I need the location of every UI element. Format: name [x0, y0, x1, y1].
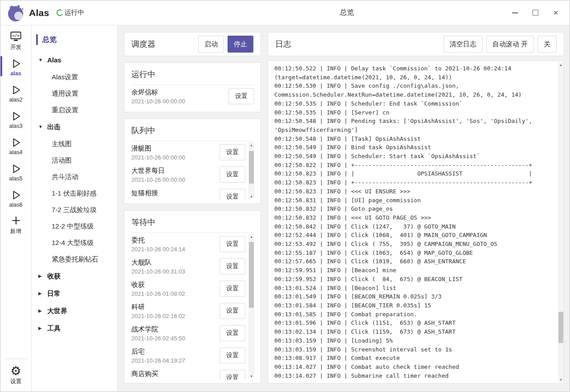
task-row: 收获2021-10-26 01:08:02设置	[131, 278, 245, 300]
task-settings-button[interactable]: 设置	[220, 281, 245, 297]
page-title: 总览	[340, 8, 354, 17]
log-line: 00:13:14.027 | INFO | Combat auto check …	[274, 363, 553, 372]
task-next-run-time: 2021-10-26 04:46:29	[131, 379, 220, 380]
menu-group-reward[interactable]: ▶收获	[32, 267, 117, 285]
menu-item-event-chapter[interactable]: 活动图	[32, 152, 117, 168]
task-settings-button[interactable]: 设置	[220, 347, 245, 363]
task-name: 科研	[131, 302, 220, 312]
log-line: 00:12:50.823 | INFO | | OPSIASHASSIST |	[274, 169, 553, 178]
log-column: 日志 清空日志 自动滚动 开 关 00:12:50.522 | INFO | D…	[268, 32, 564, 384]
task-settings-button[interactable]: 设置	[220, 167, 245, 183]
scroll-down-arrow-icon[interactable]: ▼	[248, 194, 254, 199]
instance-rail: </>开发alasalas2alas3alas4alas5alas6新增 ⚙设置	[0, 25, 32, 392]
rail-item-label: alas5	[9, 176, 23, 182]
menu-group-label: 日常	[47, 289, 61, 298]
menu-group-combat[interactable]: ▼出击	[32, 118, 117, 135]
play-icon	[10, 110, 22, 122]
rail-item-settings[interactable]: ⚙设置	[4, 362, 28, 388]
menu-item-12-2-medium-leveling[interactable]: 12-2 中型练级	[32, 218, 117, 234]
scrollbar-thumb[interactable]	[249, 151, 254, 184]
task-settings-button[interactable]: 设置	[220, 144, 245, 160]
menu-item-restart-settings[interactable]: 重启设置	[32, 102, 117, 118]
scrollbar-thumb[interactable]	[558, 312, 563, 343]
log-line: 00:12:59.952 | INFO | Click ( 84, 675) @…	[274, 275, 553, 284]
menu-group-alas[interactable]: ▼Alas	[32, 51, 117, 69]
log-line: 00:12:50.548 | INFO | Pending tasks: ['O…	[274, 117, 553, 134]
close-button[interactable]: ✕	[552, 9, 560, 17]
autoscroll-toggle-button[interactable]: 自动滚动 开	[486, 36, 534, 53]
menu-item-main-chapter[interactable]: 主线图	[32, 135, 117, 152]
task-settings-button[interactable]: 设置	[220, 236, 245, 252]
task-name: 余烬信标	[131, 87, 228, 97]
task-settings-button[interactable]: 设置	[220, 258, 245, 274]
menu-item-overview[interactable]: 总览	[32, 34, 117, 45]
scroll-down-arrow-icon[interactable]: ▼	[558, 377, 564, 382]
scrollbar-track[interactable]	[558, 67, 564, 377]
rail-item-add[interactable]: 新增	[0, 212, 31, 238]
rail-item-alas2[interactable]: alas2	[0, 80, 31, 106]
caret-right-icon: ▶	[38, 306, 47, 315]
minimize-button[interactable]	[511, 9, 519, 17]
clear-log-button[interactable]: 清空日志	[444, 36, 483, 53]
log-line: 00:12:50.522 | INFO | Delay task `Commis…	[274, 64, 553, 82]
scroll-up-arrow-icon[interactable]: ▲	[558, 62, 564, 67]
app-title: Alas	[29, 8, 49, 18]
menu-item-urgent-commission-gem[interactable]: 紧急委托刷钻石	[32, 251, 117, 267]
waiting-section-title: 等待中	[131, 217, 254, 233]
scroll-up-arrow-icon[interactable]: ▲	[248, 234, 254, 239]
log-line: 00:12:50.822 | INFO | +-----------------…	[274, 161, 553, 170]
scrollbar-track[interactable]	[248, 147, 254, 194]
menu-item-coop-event[interactable]: 共斗活动	[32, 168, 117, 185]
menu-item-7-2-trash[interactable]: 7-2 三战捡垃圾	[32, 201, 117, 218]
scrollbar-thumb[interactable]	[249, 242, 254, 307]
rail-item-alas[interactable]: alas	[0, 54, 31, 80]
task-row: 委托2021-10-26 00:24:14设置	[131, 233, 245, 255]
rail-item-dev[interactable]: </>开发	[0, 28, 31, 54]
rail-item-label: 开发	[10, 44, 21, 51]
maximize-button[interactable]	[531, 9, 539, 17]
log-line: 00:12:50.549 | INFO | Bind task OpsiAshA…	[274, 143, 553, 152]
rail-item-label: alas4	[9, 149, 23, 155]
play-icon	[10, 163, 22, 175]
queue-section: 队列中 潜艇图2021-10-26 00:00:00设置大世界每日2021-10…	[124, 118, 261, 204]
task-settings-button[interactable]: 设置	[220, 189, 245, 200]
rail-item-label: alas3	[9, 123, 23, 129]
scrollbar[interactable]: ▲▼	[248, 234, 254, 379]
menu-item-1-1-affinity[interactable]: 1-1 伏击刷好感	[32, 185, 117, 201]
scrollbar[interactable]: ▲▼	[248, 142, 254, 199]
log-line: 00:12:50.549 | INFO | Scheduler: Start t…	[274, 152, 553, 161]
scroll-down-arrow-icon[interactable]: ▼	[248, 373, 254, 379]
menu-group-tools[interactable]: ▶工具	[32, 319, 117, 337]
rail-item-alas6[interactable]: alas6	[0, 185, 31, 212]
rail-item-alas3[interactable]: alas3	[0, 106, 31, 133]
task-settings-button[interactable]: 设置	[220, 325, 245, 341]
menu-item-general-settings[interactable]: 通用设置	[32, 85, 117, 102]
scheduler-start-button[interactable]: 启动	[198, 36, 224, 53]
menu-item-alas-settings[interactable]: Alas设置	[32, 69, 117, 85]
scrollbar[interactable]: ▲▼	[558, 62, 564, 382]
task-settings-button[interactable]: 设置	[220, 303, 245, 319]
log-line: 00:13:03.159 | INFO | [Loading] 5%	[274, 336, 553, 345]
task-next-run-time: 2021-10-26 02:45:50	[131, 334, 220, 343]
menu-item-12-4-large-leveling[interactable]: 12-4 大型练级	[32, 234, 117, 251]
scheduler-column: 调度器 启动 停止 运行中 余烬信标2021-10-26 00:00:00设置 …	[124, 32, 261, 384]
scrollbar-track[interactable]	[248, 239, 254, 373]
log-line: 00:13:01.584 | INFO | [BEACON_TIER 0.035…	[274, 301, 553, 310]
task-settings-button[interactable]: 设置	[228, 88, 254, 104]
task-row: 商店购买2021-10-26 04:46:29设置	[131, 367, 245, 380]
scheduler-stop-button[interactable]: 停止	[228, 36, 253, 53]
task-settings-button[interactable]: 设置	[220, 370, 245, 380]
menu-group-daily[interactable]: ▶日常	[32, 285, 117, 302]
scroll-up-arrow-icon[interactable]: ▲	[248, 142, 254, 147]
log-line: 00:13:01.524 | INFO | [Beacon] list	[274, 284, 553, 293]
log-off-button[interactable]: 关	[537, 36, 557, 53]
task-next-run-time: 2021-10-26 00:24:14	[131, 245, 220, 253]
rail-item-alas4[interactable]: alas4	[0, 133, 31, 159]
rail-item-label: alas2	[9, 97, 23, 103]
menu-group-os[interactable]: ▶大世界	[32, 302, 117, 319]
log-line: 00:13:01.585 | INFO | Combat preparation…	[274, 310, 553, 319]
rail-item-alas5[interactable]: alas5	[0, 159, 31, 185]
log-line: 00:13:14.027 | INFO | Submarine call tim…	[274, 372, 553, 380]
scheduler-title: 调度器	[131, 39, 155, 49]
waiting-section: 等待中 委托2021-10-26 00:24:14设置大舰队2021-10-26…	[124, 210, 261, 384]
